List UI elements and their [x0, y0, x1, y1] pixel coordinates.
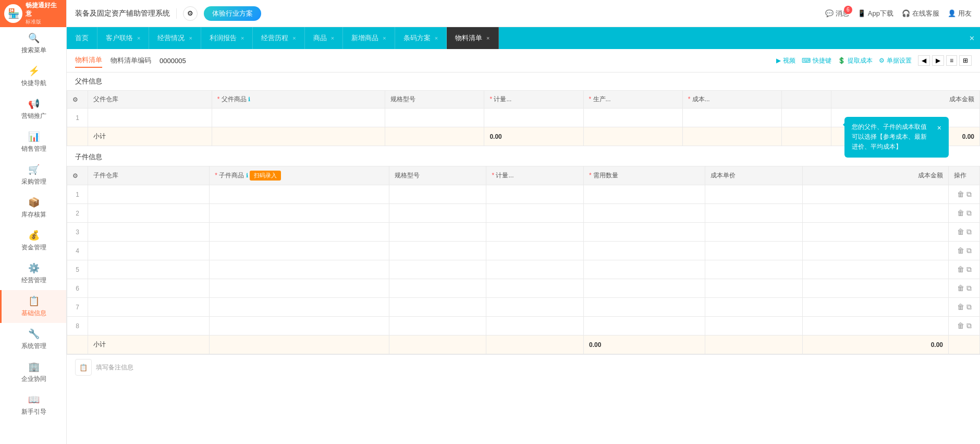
app-download-action[interactable]: 📱 App下载 [858, 9, 893, 18]
child-product-cell-1[interactable] [210, 185, 389, 204]
topbar-gear[interactable]: ⚙ [183, 6, 198, 21]
parent-spec-cell[interactable] [385, 109, 484, 127]
child-warehouse-cell-1[interactable] [88, 185, 210, 204]
child-product-cell-8[interactable] [210, 317, 389, 335]
child-spec-cell-7[interactable] [389, 298, 486, 317]
child-warehouse-cell-2[interactable] [88, 204, 210, 223]
child-qty-cell-3[interactable] [584, 223, 705, 242]
child-product-cell-3[interactable] [210, 223, 389, 242]
delete-icon-7[interactable]: 🗑 [957, 303, 964, 311]
settings-btn[interactable]: ⚙ 单据设置 [879, 56, 912, 65]
tab-barcode[interactable]: 条码方案 × [395, 27, 447, 49]
child-cost-price-cell-7[interactable] [705, 298, 803, 317]
sidebar-item-system[interactable]: 🔧 系统管理 [0, 323, 66, 356]
child-qty-cell-2[interactable] [584, 204, 705, 223]
tooltip-close[interactable]: × [937, 122, 941, 134]
tab-new-goods-close[interactable]: × [383, 35, 386, 41]
expand-btn[interactable]: ⊞ [959, 55, 972, 66]
trial-button[interactable]: 体验行业方案 [204, 6, 261, 21]
tab-customer-close[interactable]: × [137, 35, 140, 41]
child-product-cell-6[interactable] [210, 279, 389, 298]
prev-btn[interactable]: ◀ [918, 55, 930, 66]
tab-bom[interactable]: 物料清单 × [447, 27, 498, 49]
note-icon[interactable]: 📋 [75, 359, 92, 376]
child-qty-cell-5[interactable] [584, 260, 705, 279]
child-cost-price-cell-6[interactable] [705, 279, 803, 298]
child-warehouse-cell-7[interactable] [88, 298, 210, 317]
close-all-tabs[interactable]: ✕ [964, 34, 980, 42]
child-warehouse-cell-4[interactable] [88, 242, 210, 260]
tab-ops-history-close[interactable]: × [292, 35, 296, 41]
child-product-cell-2[interactable] [210, 204, 389, 223]
parent-warehouse-cell[interactable] [88, 109, 212, 127]
child-unit-cell-7[interactable] [486, 298, 584, 317]
video-btn[interactable]: ▶ 视频 [776, 56, 795, 65]
tab-ops-status[interactable]: 经营情况 × [149, 27, 201, 49]
child-qty-cell-1[interactable] [584, 185, 705, 204]
copy-icon-7[interactable]: ⧉ [966, 303, 972, 311]
sub-tab-bom[interactable]: 物料清单 [75, 53, 102, 68]
child-product-cell-5[interactable] [210, 260, 389, 279]
child-unit-cell-3[interactable] [486, 223, 584, 242]
child-cost-price-cell-8[interactable] [705, 317, 803, 335]
cost-btn[interactable]: 💲 提取成本 [838, 56, 873, 65]
child-warehouse-cell-6[interactable] [88, 279, 210, 298]
tab-new-goods[interactable]: 新增商品 × [343, 27, 395, 49]
sidebar-item-enterprise[interactable]: 🏢 企业协同 [0, 356, 66, 389]
sidebar-item-sales[interactable]: 📊 销售管理 [0, 126, 66, 159]
delete-icon-3[interactable]: 🗑 [957, 227, 964, 236]
delete-icon-4[interactable]: 🗑 [957, 246, 964, 255]
copy-icon-5[interactable]: ⧉ [966, 265, 972, 274]
copy-icon-6[interactable]: ⧉ [966, 284, 972, 293]
scan-button[interactable]: 扫码录入 [250, 171, 281, 181]
message-action[interactable]: 💬 消息 6 [825, 9, 849, 18]
child-cost-price-cell-2[interactable] [705, 204, 803, 223]
child-spec-cell-4[interactable] [389, 242, 486, 260]
child-spec-cell-5[interactable] [389, 260, 486, 279]
child-warehouse-cell-3[interactable] [88, 223, 210, 242]
delete-icon-1[interactable]: 🗑 [957, 190, 964, 199]
parent-product-cell[interactable] [212, 109, 385, 127]
sidebar-item-search[interactable]: 🔍 搜索菜单 [0, 27, 66, 60]
child-cost-price-cell-4[interactable] [705, 242, 803, 260]
child-spec-cell-3[interactable] [389, 223, 486, 242]
parent-unit-cell[interactable] [484, 109, 583, 127]
parent-cost-cell[interactable] [682, 109, 781, 127]
tab-customer[interactable]: 客户联络 × [97, 27, 149, 49]
delete-icon-6[interactable]: 🗑 [957, 284, 964, 293]
child-unit-cell-4[interactable] [486, 242, 584, 260]
copy-icon-2[interactable]: ⧉ [966, 209, 972, 218]
child-qty-cell-4[interactable] [584, 242, 705, 260]
child-unit-cell-5[interactable] [486, 260, 584, 279]
next-btn[interactable]: ▶ [932, 55, 944, 66]
child-unit-cell-6[interactable] [486, 279, 584, 298]
tab-ops-history[interactable]: 经营历程 × [253, 27, 304, 49]
copy-icon-3[interactable]: ⧉ [966, 227, 972, 236]
menu-btn[interactable]: ≡ [946, 55, 957, 66]
delete-icon-8[interactable]: 🗑 [957, 321, 964, 330]
tab-goods[interactable]: 商品 × [305, 27, 343, 49]
child-spec-cell-2[interactable] [389, 204, 486, 223]
child-qty-cell-7[interactable] [584, 298, 705, 317]
child-product-cell-4[interactable] [210, 242, 389, 260]
delete-icon-5[interactable]: 🗑 [957, 265, 964, 274]
copy-icon-4[interactable]: ⧉ [966, 246, 972, 255]
child-product-cell-7[interactable] [210, 298, 389, 317]
tab-ops-status-close[interactable]: × [189, 35, 192, 41]
delete-icon-2[interactable]: 🗑 [957, 209, 964, 218]
copy-icon-8[interactable]: ⧉ [966, 321, 972, 330]
shortcut-btn[interactable]: ⌨ 快捷键 [802, 56, 831, 65]
tab-goods-close[interactable]: × [331, 35, 334, 41]
sidebar-item-marketing[interactable]: 📢 营销推广 [0, 93, 66, 126]
sidebar-item-ops[interactable]: ⚙️ 经营管理 [0, 257, 66, 290]
sidebar-item-basic[interactable]: 📋 基础信息 [0, 290, 66, 323]
tab-barcode-close[interactable]: × [435, 35, 438, 41]
sidebar-item-purchase[interactable]: 🛒 采购管理 [0, 159, 66, 191]
child-qty-cell-8[interactable] [584, 317, 705, 335]
tab-profit-close[interactable]: × [241, 35, 244, 41]
sidebar-item-guide[interactable]: 📖 新手引导 [0, 389, 66, 422]
child-cost-price-cell-1[interactable] [705, 185, 803, 204]
sidebar-item-quick[interactable]: ⚡ 快捷导航 [0, 60, 66, 93]
child-qty-cell-6[interactable] [584, 279, 705, 298]
tab-profit[interactable]: 利润报告 × [201, 27, 253, 49]
